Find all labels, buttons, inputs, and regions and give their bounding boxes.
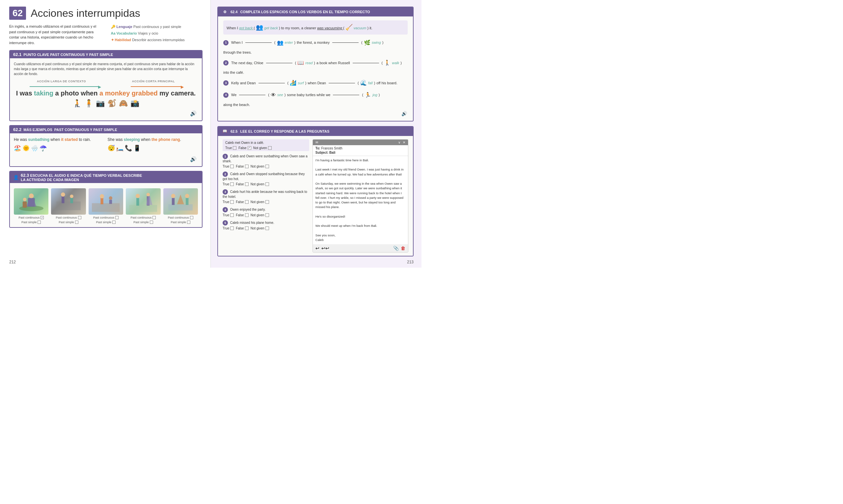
q5-options: True False Not given <box>222 227 309 230</box>
section-62-5: 📖 62.5 LEE EL CORREO Y RESPONDE A LAS PR… <box>217 126 414 257</box>
image-caption-2: Past continuous <box>51 216 86 219</box>
sound-icon-62-4[interactable]: 🔊 <box>223 110 408 117</box>
email-para-4: He's so disorganized! <box>316 214 405 219</box>
first-q-options: True False ✓ Not given <box>225 146 307 150</box>
q5-false: False <box>236 227 248 230</box>
ex3-hint1: surf <box>298 80 304 87</box>
email-envelope-icon: ✉ <box>316 141 318 144</box>
sound-icon-62-2[interactable]: 🔊 <box>14 156 198 163</box>
section-62-3-header: 👤 62.3 ESCUCHA EL AUDIO E INDICA QUÉ TIE… <box>10 172 202 183</box>
q1-text: 1 Caleb and Owen were sunbathing when Ow… <box>222 154 309 164</box>
num-circle-4: 4 <box>223 92 229 98</box>
checkbox-3-past-simple[interactable] <box>112 220 115 224</box>
first-q-true-checkbox[interactable] <box>233 146 236 150</box>
checkbox-1-past-simple[interactable] <box>38 220 41 224</box>
fill-ex-4: 4 We ( 👁 see ) some baby turtles while w… <box>223 90 408 108</box>
ex1-blank2[interactable] <box>332 42 359 43</box>
svg-rect-12 <box>101 198 103 204</box>
example-verb2: vacuum <box>354 26 366 30</box>
ex3-end: off his board. <box>376 80 397 87</box>
svg-rect-11 <box>92 203 120 212</box>
ex2-blank2[interactable] <box>353 63 379 63</box>
image-caption-4b: Past simple <box>126 220 160 224</box>
checkbox-1-past-cont[interactable] <box>40 216 44 219</box>
ex1-icon2: 🌿 <box>364 38 371 48</box>
checkbox-3-past-cont[interactable] <box>115 216 119 219</box>
q2-not-given-cb[interactable] <box>265 182 269 186</box>
minimize-icon[interactable]: ∨ <box>398 141 400 144</box>
page-number-left: 212 <box>9 260 16 264</box>
svg-rect-25 <box>186 198 189 205</box>
q3-false-cb[interactable] <box>245 200 249 204</box>
q3-true-cb[interactable] <box>230 200 234 204</box>
q5-not-given-cb[interactable] <box>265 227 269 230</box>
ex3-blank2[interactable] <box>329 83 355 83</box>
sentence-start: I was <box>16 90 34 97</box>
ex4-end: along the beach. <box>223 102 250 108</box>
checkbox-4-past-simple[interactable] <box>150 220 153 224</box>
ex2-blank1[interactable] <box>266 63 292 63</box>
email-subject-row: Subject: Bali <box>316 151 405 155</box>
caption-5-past-simple: Past simple <box>171 220 186 224</box>
section-62-3-num: 62.3 <box>21 173 29 178</box>
ex2-end: into the café. <box>223 69 244 76</box>
meta-vocab-value: Viajes y ocio <box>138 31 158 35</box>
q2-true-cb[interactable] <box>230 182 234 186</box>
section-62-2-title: MÁS EJEMPLOS <box>23 128 52 132</box>
ex3-hint2: fall <box>368 80 373 87</box>
q2-false-cb[interactable] <box>245 182 249 186</box>
sound-icon-62-1[interactable]: 🔊 <box>14 110 198 117</box>
delete-icon[interactable]: 🗑 <box>401 246 405 251</box>
q2-text: 2 Caleb and Owen stopped sunbathing beca… <box>222 172 309 181</box>
q1-not-given-cb[interactable] <box>265 165 269 168</box>
reply-all-icon[interactable]: ↩↩ <box>321 246 329 251</box>
ex1-hint2: swing <box>372 39 381 46</box>
ex4-blank2[interactable] <box>333 95 359 95</box>
first-q-false-checkbox[interactable]: ✓ <box>248 146 251 150</box>
reply-icon[interactable]: ↩ <box>316 246 319 251</box>
meta-vocabulario: Aa Vocabulario Viajes y ocio <box>111 30 203 37</box>
image-item-2: Past continuous Past simple <box>51 188 86 224</box>
image-placeholder-4 <box>126 188 160 215</box>
monkey-icon: 🐒 <box>107 99 116 108</box>
bed-icon: 🛏️ <box>116 144 124 153</box>
intro-text: En inglés, a menudo utilizamos el past c… <box>9 24 101 46</box>
num-circle-3: 3 <box>223 80 229 86</box>
q1-true-cb[interactable] <box>230 165 234 168</box>
person-camera-icon: 🧎 <box>73 99 82 108</box>
email-body: I'm having a fantastic time here in Bali… <box>313 156 408 245</box>
ex4-blank1[interactable] <box>239 95 265 95</box>
ex2-icon2: 🚶 <box>384 58 391 68</box>
attachment-icon[interactable]: 📎 <box>393 246 399 251</box>
meta-lenguaje-value: Past continuous y past simple <box>133 25 181 29</box>
num-circle-2: 2 <box>223 60 229 66</box>
checkbox-2-past-cont[interactable] <box>78 216 81 219</box>
q4-false-cb[interactable] <box>245 213 249 217</box>
section-62-3-titles: 62.3 ESCUCHA EL AUDIO E INDICA QUÉ TIEMP… <box>21 173 142 182</box>
q5-true-cb[interactable] <box>230 227 234 230</box>
checkbox-5-past-simple[interactable] <box>187 220 190 224</box>
close-icon[interactable]: ✕ <box>403 141 405 144</box>
section-62-2-header: 62.2 MÁS EJEMPLOS PAST CONTINUOUS Y PAST… <box>10 126 202 133</box>
ex2-prefix: The next day, Chloe <box>231 59 264 67</box>
checkbox-4-past-cont[interactable] <box>153 216 156 219</box>
q5-false-cb[interactable] <box>245 227 249 230</box>
illustration-1 <box>17 191 45 212</box>
checkbox-5-past-cont[interactable] <box>190 216 193 219</box>
email-subject-value: Bali <box>329 151 335 155</box>
q4-not-given-cb[interactable] <box>265 213 269 217</box>
sentence-monkey: a monkey grabbed <box>100 90 158 97</box>
caption-4-past-cont: Past continuous <box>130 216 151 219</box>
phone-ring-icon: 📱 <box>133 144 141 153</box>
ex1-blank1[interactable] <box>245 42 272 43</box>
q3-not-given-cb[interactable] <box>265 200 269 204</box>
q4-true-cb[interactable] <box>230 213 234 217</box>
ex4-prefix: We <box>231 91 236 98</box>
intro-section: En inglés, a menudo utilizamos el past c… <box>9 24 202 46</box>
ex3-blank1[interactable] <box>258 83 285 83</box>
first-q-not-given-checkbox[interactable] <box>268 146 272 150</box>
ex2-mid: a book when Russell <box>317 59 350 67</box>
q1-false-cb[interactable] <box>245 165 249 168</box>
checkbox-2-past-simple[interactable] <box>75 220 78 224</box>
svg-point-8 <box>61 193 65 197</box>
